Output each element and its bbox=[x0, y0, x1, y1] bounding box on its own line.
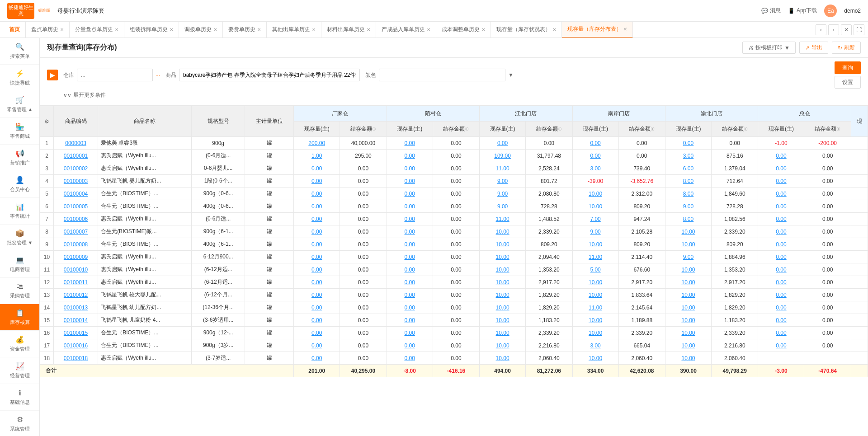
close-icon[interactable]: ✕ bbox=[60, 27, 64, 32]
cell-value[interactable]: 200.00 bbox=[294, 137, 340, 150]
cell-value[interactable]: 9.00 bbox=[480, 175, 526, 188]
cell-value[interactable]: 10.00 bbox=[665, 238, 712, 251]
row-code[interactable]: 00100013 bbox=[54, 301, 98, 314]
cell-total-qty[interactable]: 0.00 bbox=[758, 162, 804, 175]
sidebar-item-wholesale[interactable]: 📦 批发管理 ▼ bbox=[0, 225, 39, 251]
cell-total-qty[interactable] bbox=[758, 352, 804, 365]
cell-total-qty[interactable]: 0.00 bbox=[758, 301, 804, 314]
cell-total-qty[interactable]: 0.00 bbox=[758, 289, 804, 301]
sidebar-item-inventory[interactable]: 📋 库存核算 bbox=[0, 304, 39, 331]
tab-material-out[interactable]: 材料出库单历史 ✕ bbox=[321, 22, 376, 38]
cell-value[interactable]: 0.00 bbox=[387, 301, 433, 314]
sidebar-item-system[interactable]: ⚙ 系统管理 bbox=[0, 411, 39, 436]
row-code[interactable]: 00100004 bbox=[54, 188, 98, 200]
cell-value[interactable]: 10.00 bbox=[665, 352, 712, 365]
cell-value[interactable]: 10.00 bbox=[480, 276, 526, 289]
color-dropdown-icon[interactable]: ▼ bbox=[508, 72, 514, 78]
cell-na-qty[interactable]: 7.00 bbox=[572, 213, 618, 225]
cell-value[interactable]: 11.00 bbox=[480, 213, 526, 225]
cell-na-qty[interactable]: 10.00 bbox=[572, 327, 618, 339]
row-code[interactable]: 0000003 bbox=[54, 137, 98, 150]
tab-assemble[interactable]: 组装拆卸单历史 ✕ bbox=[124, 22, 179, 38]
cell-value[interactable]: 0.00 bbox=[387, 263, 433, 276]
sidebar-item-search[interactable]: 🔍 搜索英单 bbox=[0, 38, 39, 65]
cell-na-qty[interactable]: 10.00 bbox=[572, 200, 618, 213]
cell-value[interactable]: 10.00 bbox=[480, 238, 526, 251]
warehouse-selector-icon[interactable]: ··· bbox=[156, 72, 160, 78]
cell-value[interactable]: 0.00 bbox=[294, 314, 340, 327]
row-code[interactable]: 00100005 bbox=[54, 200, 98, 213]
cell-value[interactable]: 10.00 bbox=[480, 225, 526, 238]
cell-value[interactable]: 0.00 bbox=[294, 339, 340, 352]
row-code[interactable]: 00100002 bbox=[54, 162, 98, 175]
cell-na-qty[interactable]: 9.00 bbox=[572, 225, 618, 238]
cell-value[interactable]: 0.00 bbox=[294, 175, 340, 188]
close-icon[interactable]: ✕ bbox=[552, 27, 556, 32]
cell-na-qty[interactable]: 10.00 bbox=[572, 314, 618, 327]
cell-total-qty[interactable]: 0.00 bbox=[758, 276, 804, 289]
cell-na-qty[interactable]: 0.00 bbox=[572, 150, 618, 162]
cell-na-qty[interactable]: 3.00 bbox=[572, 339, 618, 352]
cell-value[interactable]: 0.00 bbox=[294, 188, 340, 200]
cell-total-qty[interactable]: 0.00 bbox=[758, 238, 804, 251]
cell-total-qty[interactable]: 0.00 bbox=[758, 327, 804, 339]
cell-value[interactable]: 0.00 bbox=[387, 137, 433, 150]
cell-value[interactable]: 1.00 bbox=[294, 150, 340, 162]
cell-na-qty[interactable]: 10.00 bbox=[572, 238, 618, 251]
tab-scroll-right[interactable]: › bbox=[828, 24, 839, 35]
cell-value[interactable]: 0.00 bbox=[294, 162, 340, 175]
cell-value[interactable]: 0.00 bbox=[387, 238, 433, 251]
cell-value[interactable]: 0.00 bbox=[294, 263, 340, 276]
tab-stock-dist[interactable]: 现存量（库存分布表） ✕ bbox=[562, 22, 633, 38]
user-avatar[interactable]: Ea bbox=[824, 5, 837, 17]
cell-value[interactable]: 10.00 bbox=[665, 263, 712, 276]
tab-inventory-single[interactable]: 盘点单历史 ✕ bbox=[26, 22, 70, 38]
row-code[interactable]: 00100012 bbox=[54, 289, 98, 301]
cell-value[interactable]: 0.00 bbox=[294, 200, 340, 213]
tab-transfer[interactable]: 调拨单历史 ✕ bbox=[179, 22, 223, 38]
sidebar-item-member[interactable]: 👤 会员中心 bbox=[0, 171, 39, 198]
info-icon[interactable]: ① bbox=[836, 127, 840, 131]
export-button[interactable]: ↗ 导出 bbox=[799, 42, 828, 54]
info-icon[interactable]: ① bbox=[651, 127, 655, 131]
close-icon[interactable]: ✕ bbox=[367, 27, 370, 32]
cell-na-qty[interactable]: 10.00 bbox=[572, 276, 618, 289]
cell-value[interactable]: 0.00 bbox=[387, 339, 433, 352]
cell-value[interactable]: 11.00 bbox=[480, 162, 526, 175]
cell-value[interactable]: 0.00 bbox=[294, 352, 340, 365]
cell-value[interactable]: 10.00 bbox=[665, 276, 712, 289]
sidebar-item-basics[interactable]: ℹ 基础信息 bbox=[0, 384, 39, 411]
sidebar-item-retail-stat[interactable]: 📊 零售统计 bbox=[0, 198, 39, 225]
info-icon[interactable]: ① bbox=[372, 127, 376, 131]
cell-value[interactable]: 10.00 bbox=[480, 263, 526, 276]
info-icon[interactable]: ① bbox=[558, 127, 562, 131]
cell-total-qty[interactable]: -1.00 bbox=[758, 137, 804, 150]
close-icon[interactable]: ✕ bbox=[623, 27, 627, 32]
tab-split-inventory[interactable]: 分量盘点单历史 ✕ bbox=[70, 22, 124, 38]
color-input[interactable] bbox=[379, 69, 505, 81]
col-settings[interactable]: ⚙ bbox=[40, 106, 54, 137]
cell-value[interactable]: 0.00 bbox=[294, 238, 340, 251]
cell-na-qty[interactable]: 3.00 bbox=[572, 162, 618, 175]
cell-value[interactable]: 0.00 bbox=[387, 251, 433, 263]
cell-value[interactable]: 0.00 bbox=[294, 225, 340, 238]
cell-value[interactable]: 0.00 bbox=[387, 352, 433, 365]
filter-expand-button[interactable]: ▶ bbox=[47, 70, 58, 80]
cell-value[interactable]: 0.00 bbox=[294, 251, 340, 263]
cell-value[interactable]: 10.00 bbox=[665, 289, 712, 301]
row-code[interactable]: 00100011 bbox=[54, 276, 98, 289]
tab-cost-adjust[interactable]: 成本调整单历史 ✕ bbox=[436, 22, 491, 38]
cell-total-qty[interactable]: 0.00 bbox=[758, 188, 804, 200]
expand-more-btn[interactable]: ∨∨ 展开更多条件 bbox=[63, 91, 106, 99]
cell-value[interactable]: 10.00 bbox=[480, 352, 526, 365]
close-icon[interactable]: ✕ bbox=[170, 27, 173, 32]
cell-value[interactable]: 10.00 bbox=[665, 327, 712, 339]
close-icon[interactable]: ✕ bbox=[115, 27, 118, 32]
cell-value[interactable]: 6.00 bbox=[665, 162, 712, 175]
cell-total-qty[interactable]: 0.00 bbox=[758, 339, 804, 352]
cell-value[interactable]: 0.00 bbox=[387, 276, 433, 289]
cell-value[interactable]: 10.00 bbox=[480, 301, 526, 314]
refresh-button[interactable]: ↻ 刷新 bbox=[832, 42, 861, 54]
sidebar-item-retail-mgmt[interactable]: 🛒 零售管理 ▲ bbox=[0, 91, 39, 118]
cell-value[interactable]: 0.00 bbox=[294, 327, 340, 339]
